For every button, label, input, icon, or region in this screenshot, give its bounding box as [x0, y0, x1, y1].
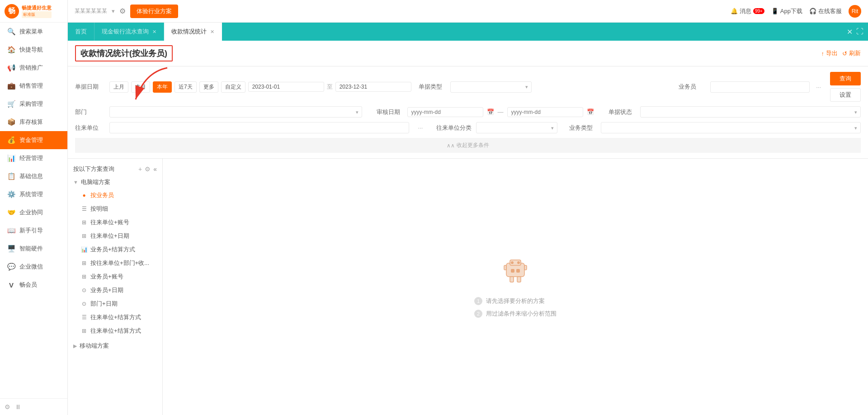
sidebar-item-sales[interactable]: 💼 销售管理 — [0, 77, 67, 95]
customer-input[interactable] — [109, 122, 409, 133]
tab-close-all-icon[interactable]: ✕ — [847, 28, 853, 36]
customer-category-select[interactable] — [476, 122, 557, 133]
tab-home[interactable]: 首页 — [68, 23, 94, 41]
date-to-input[interactable] — [335, 82, 411, 92]
date-from-input[interactable] — [248, 82, 324, 92]
tab-collection-close[interactable]: ✕ — [210, 29, 214, 35]
basic-icon: 📋 — [7, 172, 16, 181]
scheme-item-customer-dept[interactable]: ⊞ 按往来单位+部门+收... — [68, 256, 162, 270]
scheme-item-customer-settle1-icon: ☰ — [80, 314, 88, 321]
scheme-item-by-salesperson[interactable]: ● 按业务员 — [68, 189, 162, 202]
breadcrumb-text: 某某某某某某 — [75, 7, 107, 15]
scheme-item-salesperson-icon: ● — [80, 192, 88, 199]
filter-panel: 单据日期 上月 本月 本年 近7天 更多 自定义 至 单据类型 — [68, 66, 868, 159]
scheme-item-customer-account[interactable]: ⊞ 往来单位+账号 — [68, 216, 162, 229]
sidebar-nav: 🔍 搜索菜单 🏠 快捷导航 📢 营销推广 💼 销售管理 🛒 采购管理 📦 库存核… — [0, 23, 67, 398]
customer-more-icon[interactable]: ··· — [418, 124, 423, 131]
scheme-item-customer-date-icon: ⊞ — [80, 232, 88, 240]
tab-bank-close[interactable]: ✕ — [152, 29, 156, 35]
topbar-settings-icon[interactable]: ⚙ — [119, 7, 126, 15]
date-btn-custom[interactable]: 自定义 — [221, 81, 245, 93]
sidebar-item-marketing[interactable]: 📢 营销推广 — [0, 59, 67, 77]
scheme-add-icon[interactable]: + — [138, 165, 142, 173]
enterprise-icon: 🤝 — [7, 208, 16, 217]
search-icon: 🔍 — [7, 27, 16, 36]
date-label: 单据日期 — [75, 83, 102, 91]
sidebar-item-inventory[interactable]: 📦 库存核算 — [0, 113, 67, 131]
sidebar-settings-icon[interactable]: ⚙ — [5, 403, 10, 410]
sidebar-item-search[interactable]: 🔍 搜索菜单 — [0, 23, 67, 41]
empty-step-2: 2 用过滤条件来缩小分析范围 — [474, 310, 557, 318]
scheme-item-customer-settle1[interactable]: ☰ 往来单位+结算方式 — [68, 311, 162, 324]
dept-select[interactable] — [109, 106, 362, 118]
scheme-settings-icon[interactable]: ⚙ — [145, 165, 151, 173]
date-btn-thisyear[interactable]: 本年 — [153, 81, 172, 93]
query-button[interactable]: 查询 — [830, 72, 861, 85]
messages-btn[interactable]: 🔔 消息 99+ — [731, 7, 764, 15]
sidebar-item-quicknav[interactable]: 🏠 快捷导航 — [0, 41, 67, 59]
scheme-item-salesperson-account[interactable]: ⊞ 业务员+账号 — [68, 270, 162, 283]
scheme-collapse-icon[interactable]: « — [153, 165, 157, 173]
salesperson-input[interactable] — [710, 81, 810, 93]
inventory-icon: 📦 — [7, 118, 16, 127]
svg-rect-7 — [524, 265, 527, 270]
sidebar-item-wechat[interactable]: 💬 企业微信 — [0, 258, 67, 276]
online-service-btn[interactable]: 🎧 在线客服 — [809, 7, 842, 15]
sidebar-item-vip[interactable]: V 畅会员 — [0, 276, 67, 294]
sidebar-item-enterprise[interactable]: 🤝 企业协同 — [0, 203, 67, 222]
settings-button[interactable]: 设置 — [830, 88, 861, 102]
trial-btn[interactable]: 体验行业方案 — [130, 5, 178, 18]
sidebar-item-hardware[interactable]: 🖥️ 智能硬件 — [0, 240, 67, 258]
scheme-item-by-detail[interactable]: ☰ 按明细 — [68, 202, 162, 216]
date-btn-more[interactable]: 更多 — [199, 81, 218, 93]
voucher-status-group: 单据状态 — [609, 106, 861, 118]
user-avatar[interactable]: Rit — [849, 5, 861, 18]
audit-date-to-icon[interactable]: 📅 — [587, 108, 594, 115]
marketing-icon: 📢 — [7, 63, 16, 72]
salesperson-more-icon[interactable]: ··· — [816, 84, 821, 90]
step-num-1: 1 — [474, 297, 482, 305]
scheme-group-mobile-arrow: ▶ — [73, 343, 77, 349]
collapse-up-icon: ∧∧ — [447, 142, 455, 149]
scheme-item-dept-date[interactable]: ⊙ 部门+日期 — [68, 297, 162, 311]
customer-label: 往来单位 — [75, 124, 102, 132]
topbar: 某某某某某某 ▾ ⚙ 体验行业方案 🔔 消息 99+ 📱 App下载 🎧 在线客… — [68, 0, 868, 23]
tab-collection[interactable]: 收款情况统计 ✕ — [164, 23, 222, 41]
sidebar-item-finance[interactable]: 💰 资金管理 — [0, 131, 67, 149]
tabbar-right: ✕ ⛶ — [842, 23, 868, 41]
voucher-type-select[interactable] — [450, 81, 532, 93]
customer-category-select-wrapper — [476, 122, 557, 133]
audit-date-to[interactable] — [507, 107, 583, 117]
voucher-status-select[interactable] — [640, 106, 861, 118]
dept-select-wrapper — [109, 106, 362, 118]
sidebar-item-system[interactable]: ⚙️ 系统管理 — [0, 185, 67, 203]
collapse-bar[interactable]: ∧∧ 收起更多条件 — [75, 138, 861, 153]
date-btn-thismonth[interactable]: 本月 — [131, 81, 150, 93]
audit-date-from-icon[interactable]: 📅 — [487, 108, 494, 115]
scheme-item-customer-date[interactable]: ⊞ 往来单位+日期 — [68, 229, 162, 243]
date-btn-7days[interactable]: 近7天 — [175, 81, 197, 93]
export-button[interactable]: ↑ 导出 — [821, 49, 838, 57]
empty-illustration — [497, 252, 533, 288]
scheme-panel-header: 按以下方案查询 + ⚙ « — [68, 162, 162, 176]
sidebar-item-purchase[interactable]: 🛒 采购管理 — [0, 95, 67, 113]
scheme-item-salesperson-settle[interactable]: 📊 业务员+结算方式 — [68, 243, 162, 256]
scheme-item-customer-settle2[interactable]: ⊞ 往来单位+结算方式 — [68, 324, 162, 338]
tab-expand-icon[interactable]: ⛶ — [856, 28, 863, 36]
sidebar-collapse-icon[interactable]: ⏸ — [15, 403, 21, 410]
date-btn-lastmonth[interactable]: 上月 — [109, 81, 128, 93]
tab-bank[interactable]: 现金银行流水查询 ✕ — [94, 23, 164, 41]
home-icon: 🏠 — [7, 45, 16, 54]
scheme-item-salesperson-date[interactable]: ⊙ 业务员+日期 — [68, 283, 162, 297]
audit-date-from[interactable] — [407, 107, 483, 117]
business-type-select[interactable] — [601, 122, 861, 133]
app-download-btn[interactable]: 📱 App下载 — [771, 7, 802, 15]
scheme-group-mobile-title[interactable]: ▶ 移动端方案 — [68, 340, 162, 352]
sidebar-item-basic[interactable]: 📋 基础信息 — [0, 167, 67, 185]
dropdown-arrow-icon[interactable]: ▾ — [112, 8, 115, 14]
refresh-button[interactable]: ↺ 刷新 — [842, 49, 861, 57]
sidebar-item-operation[interactable]: 📊 经营管理 — [0, 149, 67, 167]
scheme-group-desktop-title[interactable]: ▼ 电脑端方案 — [68, 176, 162, 189]
sidebar-item-guide[interactable]: 📖 新手引导 — [0, 222, 67, 240]
scheme-group-mobile: ▶ 移动端方案 — [68, 340, 162, 352]
